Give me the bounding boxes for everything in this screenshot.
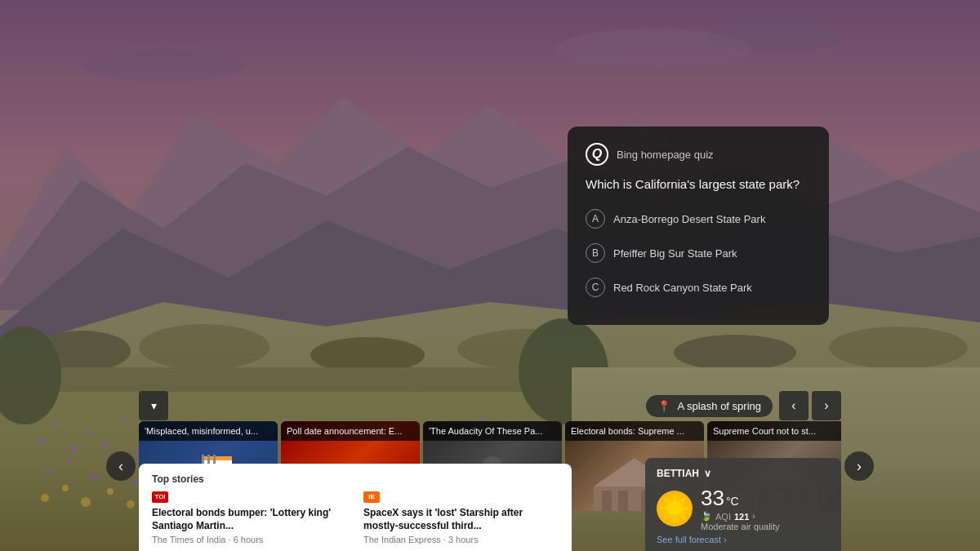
- weather-quality: Moderate air quality: [701, 522, 780, 531]
- svg-rect-102: [602, 491, 612, 511]
- leaf-icon: 🍃: [701, 511, 712, 522]
- weather-city-name: BETTIAH: [657, 468, 699, 479]
- ie-badge: IE: [363, 491, 380, 503]
- aqi-arrow-icon[interactable]: ›: [752, 512, 755, 521]
- toi-badge: TOI: [152, 491, 168, 503]
- carousel-item-4-title: Electoral bonds: Supreme ...: [565, 421, 704, 441]
- quiz-question: Which is California's largest state park…: [586, 176, 811, 193]
- svg-line-117: [664, 498, 667, 501]
- forecast-link[interactable]: See full forecast ›: [657, 535, 830, 544]
- carousel-next-button[interactable]: ›: [844, 451, 874, 481]
- story-2-source-row: IE: [363, 491, 559, 503]
- collapse-button[interactable]: ▾: [139, 391, 168, 420]
- aqi-value: 121: [734, 512, 749, 522]
- carousel-item-3-title: 'The Audacity Of These Pa...: [423, 421, 562, 441]
- quiz-option-b[interactable]: B Pfeiffer Big Sur State Park: [586, 240, 811, 266]
- option-text-b: Pfeiffer Big Sur State Park: [613, 247, 737, 260]
- prev-arrow-icon: ‹: [791, 398, 795, 413]
- chevron-down-icon-weather[interactable]: ∨: [704, 468, 711, 479]
- top-stories-card: Top stories TOI Electoral bonds bumper: …: [139, 464, 572, 551]
- controls-bar: ▾ 📍 A splash of spring ‹ ›: [0, 391, 980, 420]
- story-1-source-row: TOI: [152, 491, 347, 503]
- carousel-prev-button[interactable]: ‹: [106, 451, 136, 481]
- svg-line-120: [664, 516, 667, 519]
- quiz-option-c[interactable]: C Red Rock Canyon State Park: [586, 274, 811, 300]
- weather-sun-icon: [657, 491, 693, 527]
- weather-temperature: 33 °C: [701, 486, 780, 511]
- aqi-label: AQI: [715, 512, 731, 522]
- story-1-meta: The Times of India · 6 hours: [152, 535, 347, 544]
- option-text-c: Red Rock Canyon State Park: [613, 282, 752, 294]
- carousel-item-5-title: Supreme Court not to st...: [707, 421, 841, 441]
- quiz-option-a[interactable]: A Anza-Borrego Desert State Park: [586, 206, 811, 232]
- next-arrow-icon: ›: [824, 398, 828, 413]
- weather-card: BETTIAH ∨ 33 °C 🍃 A: [645, 458, 841, 551]
- quiz-card: Q Bing homepage quiz Which is California…: [568, 127, 829, 325]
- chevron-down-icon: ▾: [151, 399, 157, 412]
- svg-point-112: [667, 501, 682, 516]
- weather-main-row: 33 °C 🍃 AQI 121 › Moderate air quality: [657, 486, 830, 531]
- story-item-1[interactable]: TOI Electoral bonds bumper: 'Lottery kin…: [152, 491, 347, 544]
- carousel-item-1-title: 'Misplaced, misinformed, u...: [139, 421, 278, 441]
- weather-aqi-row: 🍃 AQI 121 ›: [701, 511, 780, 522]
- nav-arrows: ‹ ›: [779, 391, 841, 420]
- quiz-title: Bing homepage quiz: [617, 149, 714, 161]
- story-item-2[interactable]: IE SpaceX says it 'lost' Starship after …: [363, 491, 559, 544]
- story-2-headline: SpaceX says it 'lost' Starship after mos…: [363, 506, 559, 532]
- carousel-item-2-title: Poll date announcement: E...: [281, 421, 420, 441]
- story-1-headline: Electoral bonds bumper: 'Lottery king' S…: [152, 506, 347, 532]
- quiz-header: Q Bing homepage quiz: [586, 143, 811, 166]
- pin-icon: 📍: [657, 400, 670, 412]
- option-letter-c: C: [586, 278, 605, 297]
- svg-point-2: [710, 22, 841, 51]
- prev-arrow-button[interactable]: ‹: [779, 391, 808, 420]
- svg-point-3: [82, 49, 245, 82]
- svg-line-118: [682, 516, 685, 519]
- quiz-icon: Q: [586, 143, 608, 166]
- option-text-a: Anza-Borrego Desert State Park: [613, 213, 765, 225]
- carousel-next-icon: ›: [857, 458, 862, 475]
- svg-rect-103: [618, 491, 628, 511]
- story-2-meta: The Indian Express · 3 hours: [363, 535, 559, 544]
- stories-row: TOI Electoral bonds bumper: 'Lottery kin…: [152, 491, 559, 544]
- carousel-prev-icon: ‹: [118, 458, 123, 475]
- svg-line-119: [682, 498, 685, 501]
- option-letter-a: A: [586, 209, 605, 229]
- weather-city-row: BETTIAH ∨: [657, 468, 830, 479]
- location-text: A splash of spring: [677, 400, 761, 412]
- option-letter-b: B: [586, 243, 605, 263]
- location-caption: 📍 A splash of spring: [646, 395, 773, 417]
- top-stories-title: Top stories: [152, 473, 559, 485]
- next-arrow-button[interactable]: ›: [812, 391, 841, 420]
